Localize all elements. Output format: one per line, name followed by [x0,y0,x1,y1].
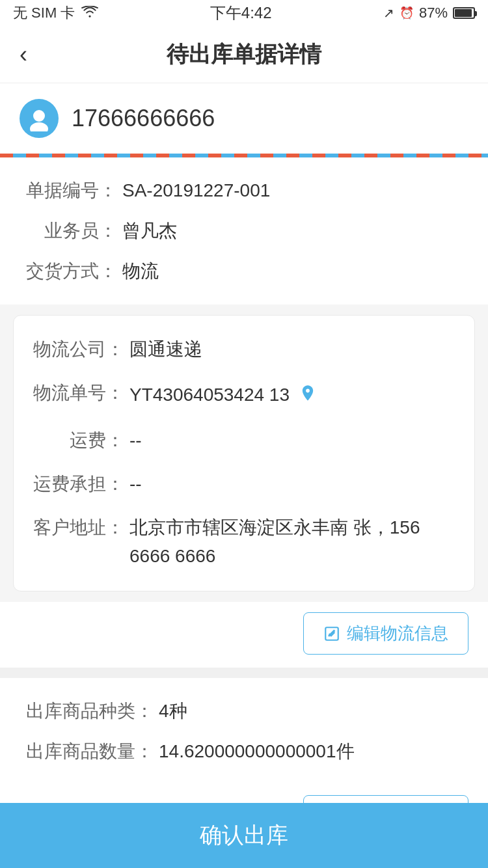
customer-address-value: 北京市市辖区海淀区永丰南 张，156 6666 6666 [124,513,455,572]
logistics-company-label: 物流公司： [33,335,124,364]
customer-header: 17666666666 [0,83,488,154]
confirm-outbound-button[interactable]: 确认出库 [0,821,488,850]
order-number-label: 单据编号： [26,177,117,204]
goods-quantity-label: 出库商品数量： [26,738,154,765]
logistics-company-row: 物流公司： 圆通速递 [33,335,455,364]
svg-point-0 [33,110,45,122]
status-bar: 无 SIM 卡 下午4:42 ↗ ⏰ 87% [0,0,488,26]
nav-bar: ‹ 待出库单据详情 [0,26,488,83]
delivery-row: 交货方式： 物流 [26,258,462,285]
battery-icon [453,7,475,19]
delivery-label: 交货方式： [26,258,117,285]
battery-text: 87% [419,5,448,21]
wifi-icon [81,5,98,21]
freight-label: 运费： [33,426,124,455]
goods-section: 出库商品种类： 4种 出库商品数量： 14.620000000000001件 [0,678,488,785]
tracking-number-value-container: YT43064053424 13 [124,379,455,412]
goods-quantity-row: 出库商品数量： 14.620000000000001件 [26,738,462,765]
tracking-number-label: 物流单号： [33,379,124,408]
order-number-row: 单据编号： SA-20191227-001 [26,177,462,204]
status-left: 无 SIM 卡 [13,3,98,23]
svg-point-1 [30,122,48,131]
bottom-bar: 确认出库 [0,803,488,868]
status-right: ↗ ⏰ 87% [383,5,475,21]
back-button[interactable]: ‹ [20,41,52,68]
customer-phone: 17666666666 [72,105,215,132]
goods-quantity-value: 14.620000000000001件 [154,738,462,765]
alarm-icon: ⏰ [400,6,414,20]
order-number-value: SA-20191227-001 [117,177,462,204]
section-separator [0,668,488,678]
freight-row: 运费： -- [33,426,455,455]
status-time: 下午4:42 [210,3,272,23]
freight-bear-label: 运费承担： [33,470,124,499]
goods-type-row: 出库商品种类： 4种 [26,698,462,725]
delivery-value: 物流 [117,258,462,285]
goods-type-label: 出库商品种类： [26,698,154,725]
tracking-number-row: 物流单号： YT43064053424 13 [33,379,455,412]
freight-bear-value: -- [124,470,455,499]
salesman-label: 业务员： [26,217,117,245]
logistics-card: 物流公司： 圆通速递 物流单号： YT43064053424 13 运费： --… [13,315,475,591]
carrier-text: 无 SIM 卡 [13,3,75,23]
customer-address-label: 客户地址： [33,513,124,543]
page-title: 待出库单据详情 [167,40,321,70]
location-icon: ↗ [383,5,394,21]
edit-logistics-label: 编辑物流信息 [347,622,448,645]
edit-logistics-container: 编辑物流信息 [0,602,488,668]
salesman-value: 曾凡杰 [117,217,462,245]
edit-logistics-button[interactable]: 编辑物流信息 [303,612,468,655]
basic-info-section: 单据编号： SA-20191227-001 业务员： 曾凡杰 交货方式： 物流 [0,157,488,305]
tracking-number-value: YT43064053424 13 [129,381,290,410]
freight-bear-row: 运费承担： -- [33,470,455,499]
salesman-row: 业务员： 曾凡杰 [26,217,462,245]
tracking-location-icon[interactable] [299,379,317,412]
freight-value: -- [124,426,455,455]
logistics-company-value: 圆通速递 [124,335,455,364]
goods-type-value: 4种 [154,698,462,725]
customer-avatar [20,99,59,138]
customer-address-row: 客户地址： 北京市市辖区海淀区永丰南 张，156 6666 6666 [33,513,455,572]
